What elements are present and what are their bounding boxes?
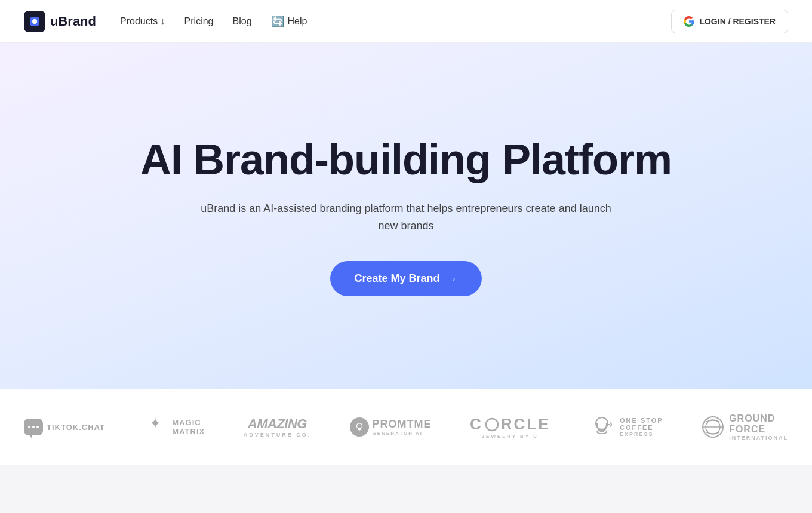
hero-content: AI Brand-building Platform uBrand is an …	[140, 136, 672, 296]
logo-text: uBrand	[50, 14, 96, 29]
circle-sublabel: JEWELRY BY C	[482, 434, 539, 439]
osc-line3: EXPRESS	[620, 431, 663, 437]
hero-section: AI Brand-building Platform uBrand is an …	[0, 43, 812, 389]
hero-title: AI Brand-building Platform	[140, 136, 672, 183]
magic-matrix-label: MAGIC	[172, 418, 201, 427]
logo-promptme: PromtMe GENERATOR AI	[350, 417, 432, 437]
nav-blog-link[interactable]: Blog	[233, 16, 252, 26]
nav-item-pricing[interactable]: Pricing	[184, 16, 214, 27]
logo-ground-force: GROUND FORCE INTERNATIONAL	[702, 413, 788, 441]
magic-matrix-icon: ✦	[143, 415, 167, 439]
circle-ring-icon	[484, 417, 500, 432]
gf-text-block: GROUND FORCE INTERNATIONAL	[729, 413, 788, 441]
svg-point-1	[32, 19, 37, 24]
osc-line1: ONE STOP	[620, 417, 663, 424]
osc-text-block: ONE STOP COFFEE EXPRESS	[620, 417, 663, 437]
magic-matrix-label2: MATRIX	[172, 427, 205, 436]
gf-line1: GROUND	[729, 413, 788, 424]
nav-products-link[interactable]: Products ↓	[120, 16, 165, 26]
navbar: uBrand Products ↓ Pricing Blog 🔄 Help	[0, 0, 812, 43]
nav-item-blog[interactable]: Blog	[233, 16, 252, 27]
amazing-main-text: Amazing	[248, 416, 307, 432]
help-emoji-icon: 🔄	[271, 15, 284, 28]
osc-line2: COFFEE	[620, 424, 663, 431]
svg-point-3	[356, 423, 362, 429]
amazing-sub-text: ADVENTURE CO.	[244, 432, 312, 438]
promptme-icon	[350, 417, 369, 437]
logo-amazing: Amazing ADVENTURE CO.	[244, 416, 312, 438]
gf-icon	[702, 416, 724, 438]
nav-item-help[interactable]: 🔄 Help	[271, 15, 307, 28]
gf-line3: INTERNATIONAL	[729, 435, 788, 441]
nav-left: uBrand Products ↓ Pricing Blog 🔄 Help	[24, 11, 307, 32]
login-register-button[interactable]: LOGIN / REGISTER	[671, 10, 788, 33]
promptme-svg-icon	[354, 422, 365, 432]
login-label: LOGIN / REGISTER	[699, 17, 776, 26]
logo-link[interactable]: uBrand	[24, 11, 96, 32]
gf-line2: FORCE	[729, 424, 788, 435]
logo-tiktok: tiktok.chat	[24, 419, 105, 435]
logo-circle: C RCLE JEWELRY BY C	[470, 415, 550, 439]
nav-item-products[interactable]: Products ↓	[120, 16, 165, 27]
promptme-sublabel: GENERATOR AI	[373, 431, 432, 436]
cta-arrow-icon: →	[446, 272, 458, 285]
promptme-label: PromtMe	[373, 418, 432, 431]
hero-subtitle: uBrand is an AI-assisted branding platfo…	[197, 200, 615, 235]
create-brand-button[interactable]: Create My Brand →	[330, 261, 481, 296]
nav-help-link[interactable]: 🔄 Help	[271, 15, 307, 28]
nav-pricing-link[interactable]: Pricing	[184, 16, 214, 26]
cta-label: Create My Brand	[354, 272, 439, 285]
logo-icon	[24, 11, 45, 32]
circle-rest-text: RCLE	[501, 415, 550, 434]
logos-strip: tiktok.chat ✦ MAGIC MATRIX Amazing ADVEN…	[0, 389, 812, 465]
logo-one-stop-coffee: ONE STOP COFFEE EXPRESS	[589, 414, 663, 440]
logo-magic-matrix: ✦ MAGIC MATRIX	[143, 415, 205, 439]
tiktok-bubble-icon	[24, 419, 43, 435]
svg-point-4	[486, 419, 498, 431]
circle-main-text: C	[470, 415, 483, 434]
tiktok-brand-name: tiktok.chat	[47, 423, 105, 432]
osc-icon	[589, 414, 615, 440]
lower-section: Start with logo & build a stunning brand…	[0, 465, 812, 513]
tiktok-dots-icon	[28, 426, 39, 428]
svg-text:✦: ✦	[149, 415, 161, 431]
google-icon	[684, 16, 694, 27]
nav-links: Products ↓ Pricing Blog 🔄 Help	[120, 15, 307, 28]
